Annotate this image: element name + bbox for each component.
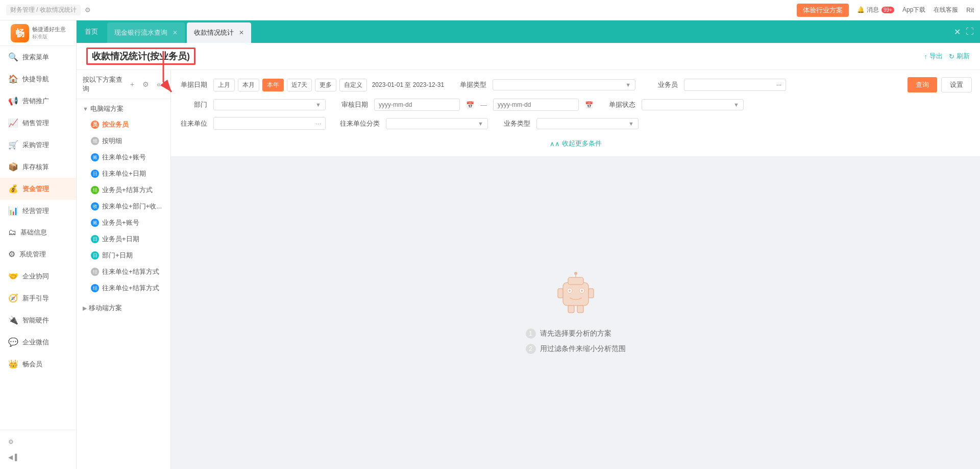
calendar-start-icon[interactable]: 📅 xyxy=(466,101,474,109)
doc-status-select[interactable]: ▼ xyxy=(642,99,744,110)
trial-button[interactable]: 体验行业方案 xyxy=(797,4,849,17)
scheme-item-partner-dept[interactable]: 收 按来单位+部门+收... xyxy=(77,198,170,215)
filter-settings-button[interactable]: 设置 xyxy=(941,77,972,92)
mobile-scheme-group-header[interactable]: ▶ 移动端方案 xyxy=(77,300,170,316)
nav-operation[interactable]: 📊 经营管理 xyxy=(0,200,76,222)
scheme-item-detail[interactable]: 细 按明细 xyxy=(77,133,170,149)
nav-member-label: 畅会员 xyxy=(22,360,42,369)
scheme-salesperson-settle-label: 业务员+结算方式 xyxy=(102,185,153,195)
calendar-end-icon[interactable]: 📅 xyxy=(585,101,593,109)
nav-guide[interactable]: 🧭 新手引导 xyxy=(0,287,76,309)
tab-receipt[interactable]: 收款情况统计 ✕ xyxy=(187,22,251,43)
app-download-link[interactable]: App下载 xyxy=(902,6,925,14)
user-name[interactable]: Rit xyxy=(966,7,974,14)
dept-label: 部门 xyxy=(179,100,207,109)
svg-rect-11 xyxy=(577,306,583,313)
scheme-partner-settle2-label: 往来单位+结算方式 xyxy=(102,284,159,293)
date-btn-more[interactable]: 更多 xyxy=(315,79,336,91)
nav-finance[interactable]: 💰 资金管理 xyxy=(0,178,76,200)
nav-purchase[interactable]: 🛒 采购管理 xyxy=(0,134,76,156)
sidebar: 畅 畅捷通好生意 标准版 🔍 搜索菜单 🏠 快捷导航 📢 营销推广 📈 销售管理… xyxy=(0,20,77,469)
date-btn-thismonth[interactable]: 本月 xyxy=(238,79,259,91)
export-button[interactable]: ↑ 导出 xyxy=(924,52,943,61)
page-area: 收款情况统计(按业务员) ↑ 导出 ↻ 刷新 按以下方 xyxy=(77,43,980,469)
refresh-button[interactable]: ↻ 刷新 xyxy=(949,52,970,61)
online-service-link[interactable]: 在线客服 xyxy=(934,6,958,14)
date-btn-custom[interactable]: 自定义 xyxy=(339,79,367,91)
pc-scheme-group-header[interactable]: ▼ 电脑端方案 xyxy=(77,101,170,116)
nav-baseinfo[interactable]: 🗂 基础信息 xyxy=(0,222,76,243)
data-area: 1 请先选择要分析的方案 2 用过滤条件来缩小分析范围 xyxy=(171,157,980,469)
settings-icon[interactable]: ⚙ xyxy=(85,6,91,14)
partner-category-select[interactable]: ▼ xyxy=(386,118,488,129)
empty-state-icon xyxy=(550,267,601,318)
partner-select[interactable]: ··· xyxy=(213,117,326,130)
nav-member[interactable]: 👑 畅会员 xyxy=(0,353,76,375)
tip-num-1: 1 xyxy=(526,329,536,339)
scheme-item-salesperson-date[interactable]: 日 业务员+日期 xyxy=(77,231,170,247)
nav-hardware[interactable]: 🔌 智能硬件 xyxy=(0,309,76,331)
nav-search[interactable]: 🔍 搜索菜单 xyxy=(0,46,76,68)
filter-row-2: 部门 ▼ 审核日期 📅 — 📅 单据状态 xyxy=(179,99,972,111)
baseinfo-icon: 🗂 xyxy=(8,228,16,237)
sidebar-settings-btn[interactable]: ⚙ xyxy=(0,434,76,450)
pc-scheme-label: 电脑端方案 xyxy=(90,104,124,113)
notifications-label: 消息 xyxy=(867,6,879,13)
scheme-dept-date-icon: 日 xyxy=(91,251,99,260)
query-button[interactable]: 查询 xyxy=(908,77,937,92)
tab-bank-close[interactable]: ✕ xyxy=(173,29,178,36)
doc-status-label: 单据状态 xyxy=(607,100,635,109)
left-panel-header: 按以下方案查询 + ⚙ « xyxy=(77,70,170,99)
scheme-item-partner-settle1[interactable]: 结 往来单位+结算方式 xyxy=(77,264,170,280)
salesperson-select[interactable]: ··· xyxy=(684,79,786,91)
notifications-item[interactable]: 🔔 消息 99+ xyxy=(857,6,894,14)
scheme-salesperson-icon: 员 xyxy=(91,121,99,129)
scheme-item-partner-date[interactable]: 日 往来单位+日期 xyxy=(77,166,170,182)
left-panel-header-label: 按以下方案查询 xyxy=(83,75,124,93)
date-btn-7days[interactable]: 近7天 xyxy=(287,79,312,91)
dept-select[interactable]: ▼ xyxy=(213,99,326,110)
tab-expand-icon[interactable]: ⛶ xyxy=(966,27,974,36)
logo-icon: 畅 xyxy=(11,24,29,42)
nav-corp[interactable]: 🤝 企业协同 xyxy=(0,265,76,287)
nav-system[interactable]: ⚙ 系统管理 xyxy=(0,243,76,265)
doc-type-select[interactable]: ▼ xyxy=(493,79,635,90)
nav-inventory[interactable]: 📦 库存核算 xyxy=(0,156,76,178)
svg-rect-1 xyxy=(568,277,583,285)
business-type-select[interactable]: ▼ xyxy=(536,118,639,129)
nav-sales[interactable]: 📈 销售管理 xyxy=(0,112,76,134)
scheme-dept-date-label: 部门+日期 xyxy=(102,251,133,260)
nav-marketing[interactable]: 📢 营销推广 xyxy=(0,90,76,112)
scheme-partner-date-icon: 日 xyxy=(91,170,99,178)
nav-wechat[interactable]: 💬 企业微信 xyxy=(0,331,76,353)
nav-wechat-label: 企业微信 xyxy=(22,338,49,347)
scheme-settings-button[interactable]: ⚙ xyxy=(140,79,151,90)
date-btn-lastmonth[interactable]: 上月 xyxy=(213,79,235,91)
member-icon: 👑 xyxy=(8,359,18,369)
review-date-end[interactable] xyxy=(493,99,579,111)
notifications-badge: 99+ xyxy=(881,7,894,13)
collapse-more-button[interactable]: ∧∧ 收起更多条件 xyxy=(179,136,972,151)
scheme-item-salesperson-settle[interactable]: 结 业务员+结算方式 xyxy=(77,182,170,198)
date-btn-thisyear[interactable]: 本年 xyxy=(262,79,284,91)
salesperson-label: 业务员 xyxy=(650,80,678,89)
nav-search-label: 搜索菜单 xyxy=(22,53,49,62)
search-icon: 🔍 xyxy=(8,52,18,62)
panel-collapse-button[interactable]: « xyxy=(153,79,164,90)
partner-more-icon[interactable]: ··· xyxy=(315,120,321,127)
tab-close-all-icon[interactable]: ✕ xyxy=(954,27,961,37)
review-date-start[interactable] xyxy=(374,99,460,111)
sidebar-collapse-btn[interactable]: ◀▐ xyxy=(0,450,76,465)
scheme-item-partner-settle2[interactable]: 结 往来单位+结算方式 xyxy=(77,280,170,296)
main-content: 首页 现金银行流水查询 ✕ 收款情况统计 ✕ ✕ ⛶ 收款情况统计(按业务员) xyxy=(77,20,980,469)
add-scheme-button[interactable]: + xyxy=(127,79,138,90)
scheme-item-salesperson[interactable]: 员 按业务员 xyxy=(77,116,170,133)
tab-home[interactable]: 首页 xyxy=(77,20,106,43)
scheme-item-partner-account[interactable]: 账 往来单位+账号 xyxy=(77,149,170,166)
scheme-item-salesperson-acct[interactable]: 账 业务员+账号 xyxy=(77,215,170,231)
tab-bank[interactable]: 现金银行流水查询 ✕ xyxy=(107,22,185,43)
scheme-item-dept-date[interactable]: 日 部门+日期 xyxy=(77,247,170,264)
tab-receipt-close[interactable]: ✕ xyxy=(239,29,244,36)
scheme-partner-settle1-icon: 结 xyxy=(91,268,99,276)
nav-quicknav[interactable]: 🏠 快捷导航 xyxy=(0,68,76,90)
